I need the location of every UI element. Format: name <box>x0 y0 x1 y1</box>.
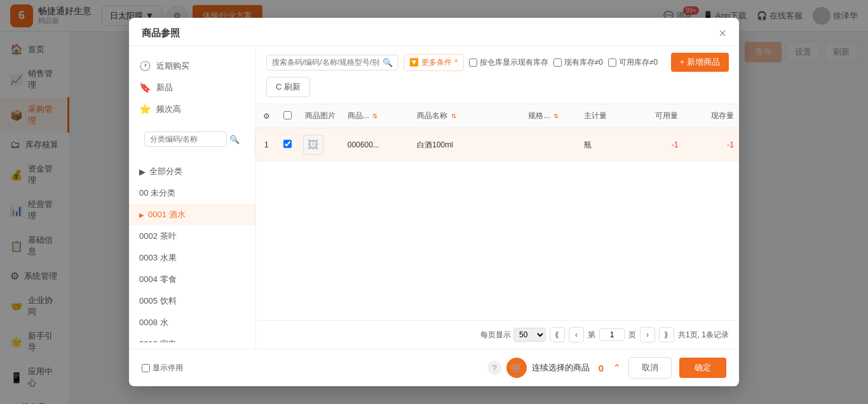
cat-label-all: 全部分类 <box>149 166 182 177</box>
th-image: 商品图片 <box>298 104 342 128</box>
th-unit: 主计量 <box>579 104 628 128</box>
dialog-left-panel: 🕐 近期购买 🔖 新品 ⭐ 频次高 🔍 « <box>129 46 256 349</box>
next-page-button[interactable]: › <box>640 327 655 342</box>
product-image: 🖼 <box>303 135 323 155</box>
quick-label-recent: 近期购买 <box>156 60 189 72</box>
cat-item-water[interactable]: 0008 水 <box>129 312 255 333</box>
row-num: 1 <box>256 128 277 162</box>
checkbox-stock-nonzero-input[interactable] <box>553 58 562 67</box>
category-search-input[interactable] <box>144 131 227 147</box>
cat-item-all[interactable]: ▶ 全部分类 <box>129 161 255 182</box>
cat-item-appliance[interactable]: 0010 家电 <box>129 333 255 342</box>
cat-label-appliance: 0010 家电 <box>139 339 177 342</box>
row-name: 白酒100ml <box>412 128 523 162</box>
cat-label-tea: 0002 茶叶 <box>139 231 177 242</box>
add-product-button[interactable]: + 新增商品 <box>671 53 729 72</box>
category-search-icon[interactable]: 🔍 <box>229 135 240 144</box>
cat-arrow-all: ▶ <box>139 167 146 177</box>
row-checkbox[interactable] <box>283 140 292 148</box>
filter-button[interactable]: 🔽 更多条件 ^ <box>403 54 464 71</box>
filter-icon: 🔽 <box>409 58 419 67</box>
refresh-button[interactable]: C 刷新 <box>266 77 310 97</box>
table-row[interactable]: 1 🖼 000600... 白酒100ml 瓶 -1 <box>256 128 739 162</box>
cat-item-alcohol[interactable]: ▶ 0001 酒水 <box>129 204 255 226</box>
dialog-title: 商品参照 <box>142 27 180 39</box>
quick-item-new[interactable]: 🔖 新品 <box>129 77 255 98</box>
checkbox-warehouse-input[interactable] <box>469 58 477 67</box>
cat-item-snack[interactable]: 0004 零食 <box>129 269 255 290</box>
per-page-select[interactable]: 50 10 20 100 <box>513 328 546 342</box>
cat-item-tea[interactable]: 0002 茶叶 <box>129 226 255 247</box>
sort-name-icon: ⇅ <box>451 112 456 119</box>
table-header: ⚙ 商品图片 商品... ⇅ 商品名称 <box>256 104 739 128</box>
collapse-cart-icon[interactable]: ⌃ <box>613 362 621 374</box>
checkbox-stock-nonzero[interactable]: 现有库存≠0 <box>553 57 603 68</box>
th-settings: ⚙ <box>256 104 277 128</box>
category-list: ▶ 全部分类 00 未分类 ▶ 0001 酒水 0002 茶叶 0003 水果 <box>129 158 255 342</box>
clock-icon: 🕐 <box>139 60 151 72</box>
cart-label: 连续选择的商品 <box>532 362 590 374</box>
row-spec <box>523 128 579 162</box>
cancel-button[interactable]: 取消 <box>628 357 672 379</box>
th-available: 可用量 <box>628 104 684 128</box>
dialog-right-panel: 🔍 🔽 更多条件 ^ 按仓库显示现有库存 现有库存≠0 可用库存≠ <box>256 46 739 349</box>
cat-label-water: 0008 水 <box>139 317 168 328</box>
page-suffix-label: 页 <box>628 330 636 340</box>
row-stock: -1 <box>683 128 739 162</box>
sort-spec-icon: ⇅ <box>553 112 559 119</box>
product-table-wrap: ⚙ 商品图片 商品... ⇅ 商品名称 <box>256 104 739 320</box>
product-search-icon[interactable]: 🔍 <box>383 58 393 67</box>
total-info-label: 共1页, 1条记录 <box>678 330 729 340</box>
pagination: 每页显示 50 10 20 100 ⟪ ‹ 第 页 › ⟫ 共1页, 1条记录 <box>256 320 739 349</box>
cat-label-beverage: 0005 饮料 <box>139 295 177 307</box>
category-search-wrap: 🔍 <box>137 128 247 151</box>
settings-icon: ⚙ <box>263 112 270 121</box>
row-code: 000600... <box>342 128 412 162</box>
product-reference-dialog: 商品参照 × 🕐 近期购买 🔖 新品 ⭐ 频次高 <box>129 18 739 386</box>
last-page-button[interactable]: ⟫ <box>659 327 674 342</box>
th-spec: 规格... ⇅ <box>523 104 579 128</box>
cart-count: 0 <box>595 363 607 374</box>
dialog-close-button[interactable]: × <box>719 27 726 39</box>
confirm-button[interactable]: 确定 <box>679 358 726 378</box>
quick-label-frequent: 频次高 <box>156 104 181 115</box>
show-disabled-checkbox-wrap[interactable]: 显示停用 <box>142 363 183 374</box>
checkbox-available-nonzero[interactable]: 可用库存≠0 <box>608 57 658 68</box>
product-search-input[interactable] <box>272 58 380 67</box>
checkbox-warehouse-label: 按仓库显示现有库存 <box>480 57 548 68</box>
filter-caret-icon: ^ <box>454 58 458 67</box>
th-checkbox <box>277 104 298 128</box>
filter-label: 更多条件 <box>421 57 452 68</box>
dialog-toolbar: 🔍 🔽 更多条件 ^ 按仓库显示现有库存 现有库存≠0 可用库存≠ <box>256 46 739 104</box>
cat-item-uncategorized[interactable]: 00 未分类 <box>129 182 255 204</box>
select-all-checkbox[interactable] <box>283 111 292 119</box>
new-icon: 🔖 <box>139 82 151 93</box>
per-page-label: 每页显示 <box>480 330 511 340</box>
prev-page-button[interactable]: ‹ <box>569 327 584 342</box>
quick-item-frequent[interactable]: ⭐ 频次高 <box>129 98 255 120</box>
first-page-button[interactable]: ⟪ <box>550 327 565 342</box>
cat-item-fruit[interactable]: 0003 水果 <box>129 247 255 269</box>
page-number-input[interactable] <box>599 328 625 341</box>
dialog-footer: 显示停用 ? 🛒 连续选择的商品 0 ⌃ 取消 确定 <box>129 349 739 386</box>
cat-label-snack: 0004 零食 <box>139 274 177 285</box>
checkbox-warehouse[interactable]: 按仓库显示现有库存 <box>469 57 548 68</box>
quick-item-recent[interactable]: 🕐 近期购买 <box>129 55 255 77</box>
cat-label-alcohol: 0001 酒水 <box>148 209 186 220</box>
sort-code-icon: ⇅ <box>372 112 377 119</box>
th-code: 商品... ⇅ <box>342 104 412 128</box>
checkbox-available-nonzero-input[interactable] <box>608 58 616 67</box>
checkbox-available-nonzero-label: 可用库存≠0 <box>619 57 658 68</box>
page-label: 第 <box>588 330 595 340</box>
cart-icon-button[interactable]: 🛒 <box>506 358 527 378</box>
cat-item-beverage[interactable]: 0005 饮料 <box>129 290 255 312</box>
quick-label-new: 新品 <box>156 82 173 93</box>
row-image-cell: 🖼 <box>298 128 342 162</box>
dialog-body: 🕐 近期购买 🔖 新品 ⭐ 频次高 🔍 « <box>129 46 739 349</box>
footer-cart-area: ? 🛒 连续选择的商品 0 ⌃ <box>487 358 621 378</box>
th-stock: 现存量 <box>683 104 739 128</box>
row-unit: 瓶 <box>579 128 628 162</box>
show-disabled-checkbox[interactable] <box>142 364 150 372</box>
table-body: 1 🖼 000600... 白酒100ml 瓶 -1 <box>256 128 739 162</box>
help-icon[interactable]: ? <box>487 361 501 375</box>
